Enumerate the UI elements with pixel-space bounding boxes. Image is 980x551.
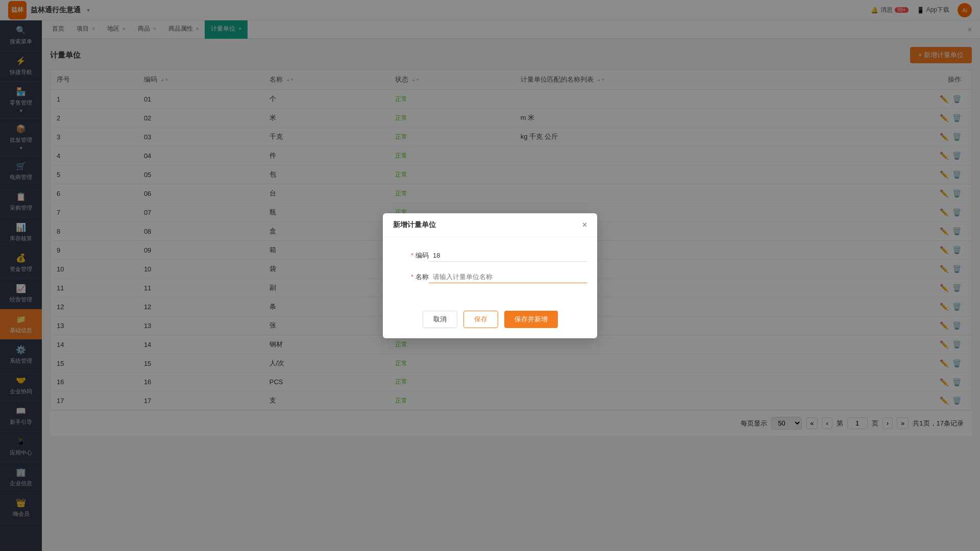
modal-header: 新增计量单位 ×	[383, 213, 597, 237]
modal-footer: 取消 保存 保存并新增	[383, 305, 597, 338]
required-star-code: *	[411, 252, 413, 259]
name-field-label: *名称	[393, 272, 429, 282]
name-input[interactable]	[429, 271, 587, 283]
code-field-label: *编码	[393, 251, 429, 260]
modal-title: 新增计量单位	[393, 220, 436, 230]
cancel-button[interactable]: 取消	[423, 311, 457, 328]
code-input[interactable]	[429, 249, 587, 262]
modal-overlay[interactable]: 新增计量单位 × *编码 *名称 取消 保存 保存并新增	[0, 0, 980, 551]
modal-close-button[interactable]: ×	[582, 220, 587, 230]
modal-body: *编码 *名称	[383, 237, 597, 305]
save-and-new-button[interactable]: 保存并新增	[504, 311, 558, 328]
required-star-name: *	[411, 273, 413, 281]
code-field-row: *编码	[393, 249, 587, 262]
add-unit-modal: 新增计量单位 × *编码 *名称 取消 保存 保存并新增	[383, 213, 597, 338]
save-button[interactable]: 保存	[463, 311, 498, 328]
name-field-row: *名称	[393, 271, 587, 283]
